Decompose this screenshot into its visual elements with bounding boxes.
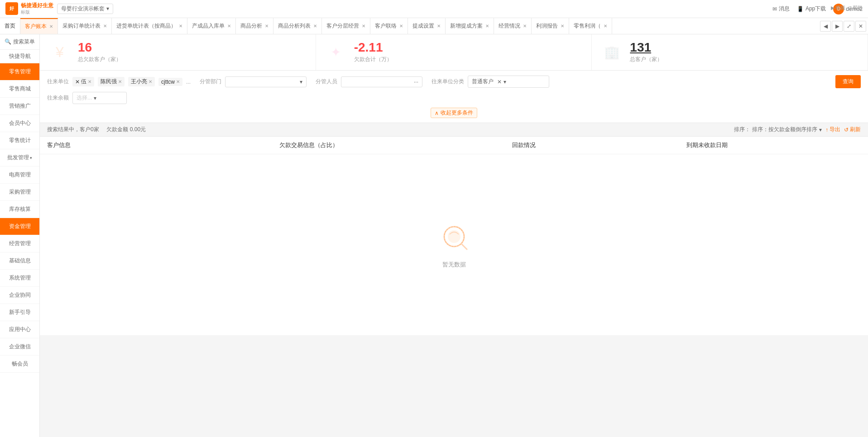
tab-new-promotion[interactable]: 新增提成方案 ✕	[446, 18, 494, 34]
sidebar-item-retail-management[interactable]: 零售管理	[0, 63, 39, 81]
sidebar-item-purchase[interactable]: 采购管理	[0, 184, 39, 201]
category-tag-close[interactable]: ✕	[497, 79, 502, 85]
sidebar-item-enterprise-wechat[interactable]: 企业微信	[0, 338, 39, 356]
tab-home[interactable]: 首页	[0, 18, 20, 34]
collapse-btn[interactable]: ∧ 收起更多条件	[431, 108, 477, 118]
workspace-selector[interactable]: 母婴行业演示帐套 ▾	[57, 4, 113, 14]
tab-close-inbound-stat[interactable]: ✕	[179, 24, 182, 28]
more-tags-btn[interactable]: ...	[186, 79, 191, 85]
dept-select[interactable]: ▾	[225, 76, 307, 87]
export-btn[interactable]: ↑ 导出	[825, 126, 840, 133]
category-dropdown-icon: ▾	[504, 79, 506, 85]
tag-close-cjttcw[interactable]: ✕	[176, 79, 180, 84]
sidebar-item-retail-stat[interactable]: 零售统计	[0, 132, 39, 149]
tab-inbound-stat[interactable]: 进货单统计表（按商品） ✕	[112, 18, 187, 34]
result-text: 搜索结果中，客户0家 欠款金额 0.00元	[47, 126, 146, 133]
nav-next-btn[interactable]: ▶	[832, 21, 843, 32]
tab-close-purchase-order[interactable]: ✕	[103, 24, 107, 28]
message-btn[interactable]: ✉ 消息	[772, 5, 790, 13]
refresh-icon: ↺	[844, 127, 849, 133]
app-download-btn[interactable]: 📱 App下载	[797, 5, 826, 13]
tab-product-analysis-list[interactable]: 商品分析列表 ✕	[273, 18, 322, 34]
balance-dropdown-icon: ▾	[94, 95, 96, 101]
sidebar-item-new-guide[interactable]: 新手引导	[0, 304, 39, 321]
tab-close-product-analysis-list[interactable]: ✕	[313, 24, 317, 28]
tab-customer-book[interactable]: 客户账本 ✕	[20, 18, 58, 34]
unit-category-select[interactable]: 普通客户 ✕ ▾	[468, 76, 549, 88]
tab-purchase-order[interactable]: 采购订单统计表 ✕	[58, 18, 112, 34]
tab-close-business-status[interactable]: ✕	[523, 24, 527, 28]
sidebar-item-basic-info[interactable]: 基础信息	[0, 252, 39, 270]
nav-maximize-btn[interactable]: ⤢	[844, 21, 854, 32]
tag-close-wu[interactable]: ✕	[88, 79, 91, 84]
filter-tag-wang: 王小亮 ✕	[128, 77, 155, 86]
sidebar-item-capital[interactable]: 资金管理	[0, 218, 39, 235]
tab-close-promotion-settings[interactable]: ✕	[437, 24, 441, 28]
sidebar-item-app-center[interactable]: 应用中心	[0, 321, 39, 338]
sidebar-item-enterprise-coop[interactable]: 企业协同	[0, 287, 39, 304]
sidebar-item-inventory[interactable]: 库存核算	[0, 201, 39, 218]
sidebar-item-marketing[interactable]: 营销推广	[0, 98, 39, 115]
table-body: 暂无数据	[40, 154, 868, 335]
collapse-icon: ∧	[435, 110, 439, 116]
sidebar-item-business-management[interactable]: 经营管理	[0, 235, 39, 252]
sidebar-quick-nav[interactable]: 快捷导航	[0, 50, 39, 63]
logo-sub: 标版	[21, 9, 53, 15]
person-select[interactable]: ···	[341, 76, 422, 87]
tab-close-customer-contact[interactable]: ✕	[399, 24, 403, 28]
dept-label: 分管部门	[200, 78, 221, 86]
tab-close-customer-book[interactable]: ✕	[49, 24, 53, 29]
filter-tag-chen: 陈民强 ✕	[98, 77, 125, 86]
stat-overdue-amount: ✦ -2.11 欠款合计（万）	[316, 34, 592, 70]
stat-value-total: 131 总客户（家）	[630, 41, 662, 63]
tag-close-wang[interactable]: ✕	[149, 79, 152, 84]
nav-prev-btn[interactable]: ◀	[820, 21, 831, 32]
sort-select[interactable]: 排序： 排序：按欠款金额倒序排序 ▾	[734, 126, 822, 133]
search-icon: 🔍	[5, 38, 11, 45]
result-bar-right: 排序： 排序：按欠款金额倒序排序 ▾ ↑ 导出 ↺ 刷新	[734, 126, 861, 133]
sidebar-item-member[interactable]: 畅会员	[0, 356, 39, 373]
sidebar-item-system[interactable]: 系统管理	[0, 270, 39, 287]
overdue-amount-icon: ✦	[325, 42, 347, 63]
sidebar-search[interactable]: 🔍 搜索菜单	[0, 34, 39, 50]
nav-controls: ◀ ▶ ⤢ ✕	[820, 21, 868, 32]
tab-close-new-promotion[interactable]: ✕	[485, 24, 489, 28]
total-customers-label: 总客户（家）	[630, 56, 662, 63]
result-bar: 搜索结果中，客户0家 欠款金额 0.00元 排序： 排序：按欠款金额倒序排序 ▾…	[40, 123, 868, 137]
top-header: 好 畅捷通好生意 标版 母婴行业演示帐套 ▾ ✉ 消息 📱 App下载 D de…	[0, 0, 868, 18]
tab-product-inbound[interactable]: 产成品入库单 ✕	[187, 18, 236, 34]
person-dropdown-icon: ···	[414, 79, 418, 85]
filter-row-2: 往来余额 选择... ▾	[47, 92, 861, 104]
tab-retail-profit[interactable]: 零售利润（ ✕	[569, 18, 612, 34]
overdue-amount-number: -2.11	[354, 41, 392, 54]
data-table: 客户信息 欠款交易信息（占比） 回款情况 到期未收款日期 暂无数据	[40, 137, 868, 335]
tab-close-retail-profit[interactable]: ✕	[604, 24, 607, 28]
nav-close-all-btn[interactable]: ✕	[855, 21, 866, 32]
unit-category-label: 往来单位分类	[432, 78, 464, 86]
tab-close-product-analysis[interactable]: ✕	[265, 24, 269, 28]
sidebar-item-retail-mall[interactable]: 零售商城	[0, 81, 39, 98]
tab-business-status[interactable]: 经营情况 ✕	[494, 18, 532, 34]
overdue-customers-number: 16	[78, 41, 121, 54]
sidebar-item-wholesale[interactable]: 批发管理 ▾	[0, 149, 39, 166]
export-icon: ↑	[825, 127, 828, 133]
unit-label: 往来单位	[47, 78, 69, 86]
tab-close-profit-report[interactable]: ✕	[561, 24, 564, 28]
logo-icon: 好	[5, 2, 18, 15]
tab-close-customer-tier[interactable]: ✕	[362, 24, 365, 28]
stat-value-overdue: 16 总欠款客户（家）	[78, 41, 121, 63]
tab-customer-contact[interactable]: 客户联络 ✕	[370, 18, 408, 34]
tab-product-analysis[interactable]: 商品分析 ✕	[236, 18, 273, 34]
refresh-btn[interactable]: ↺ 刷新	[844, 126, 861, 133]
logo-text: 畅捷通好生意	[21, 2, 53, 9]
tab-customer-tier[interactable]: 客户分层经营 ✕	[322, 18, 370, 34]
tab-promotion-settings[interactable]: 提成设置 ✕	[408, 18, 446, 34]
tag-close-chen[interactable]: ✕	[118, 79, 122, 84]
tab-profit-report[interactable]: 利润报告 ✕	[532, 18, 569, 34]
sidebar-item-member-center[interactable]: 会员中心	[0, 115, 39, 132]
query-button[interactable]: 查询	[835, 75, 861, 88]
balance-select[interactable]: 选择... ▾	[72, 92, 127, 104]
empty-state: 暂无数据	[436, 185, 472, 305]
tab-close-product-inbound[interactable]: ✕	[227, 24, 231, 28]
sidebar-item-ecommerce[interactable]: 电商管理	[0, 166, 39, 184]
